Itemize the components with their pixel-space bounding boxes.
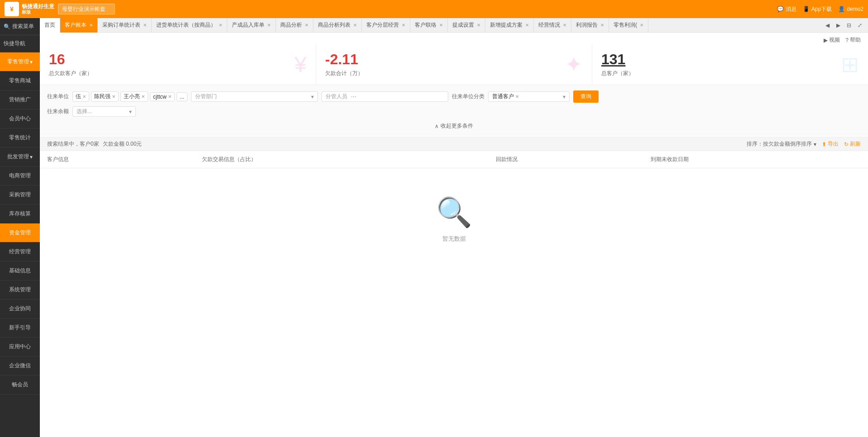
tab-customer-contact[interactable]: 客户联络 ✕ [410, 18, 448, 33]
collapse-btn[interactable]: ∧ 收起更多条件 [47, 120, 861, 132]
sidebar-item-operations[interactable]: 经营管理 [0, 242, 40, 261]
unit-tag-more[interactable]: ... [177, 92, 187, 101]
logo-text-main: 畅捷通好生意 [22, 3, 54, 10]
message-btn[interactable]: 💬 消息 [777, 5, 796, 13]
data-table: 客户信息 欠款交易信息（占比） 回款情况 到期未收款日期 [40, 151, 868, 168]
sidebar-item-member-center[interactable]: 会员中心 [0, 109, 40, 128]
tab-close-new-commission[interactable]: ✕ [525, 23, 529, 28]
app-download-btn[interactable]: 📱 App下载 [803, 5, 832, 13]
refresh-btn[interactable]: ↻ 刷新 [844, 140, 861, 148]
sidebar-item-wholesale[interactable]: 批发管理 ▾ [0, 147, 40, 166]
tab-close-retail-profit[interactable]: ✕ [640, 23, 643, 28]
unit-tag-cjttcw-close[interactable]: ✕ [168, 94, 172, 99]
sidebar-item-inventory[interactable]: 库存核算 [0, 204, 40, 223]
tab-commission-settings[interactable]: 提成设置 ✕ [448, 18, 485, 33]
play-icon: ▶ [824, 37, 828, 43]
tab-new-commission[interactable]: 新增提成方案 ✕ [485, 18, 534, 33]
sidebar-item-label-1: 零售商城 [9, 77, 31, 84]
tab-scroll-left[interactable]: ◀ [823, 21, 832, 30]
avatar-icon: 👤 [838, 6, 845, 12]
stat-label-total-customers: 总客户（家） [601, 70, 859, 77]
tab-close-purchase-order[interactable]: ✕ [143, 23, 147, 28]
sidebar-item-finance[interactable]: 资金管理 [0, 223, 40, 242]
tab-product-analysis-list[interactable]: 商品分析列表 ✕ [313, 18, 362, 33]
tab-close-customer-layer[interactable]: ✕ [402, 23, 405, 28]
tab-close-customer-contact[interactable]: ✕ [439, 23, 443, 28]
sidebar-item-basic-info[interactable]: 基础信息 [0, 261, 40, 280]
table-header-row: 客户信息 欠款交易信息（占比） 回款情况 到期未收款日期 [40, 151, 868, 168]
export-btn[interactable]: ⬆ 导出 [822, 140, 839, 148]
sidebar-item-label-13: 企业协同 [9, 305, 31, 312]
tab-expand[interactable]: ⊟ [844, 21, 854, 30]
tab-close-profit-report[interactable]: ✕ [600, 23, 604, 28]
user-name: demo2 [847, 6, 863, 12]
sidebar-item-retail-management[interactable]: 零售管理 ▾ [0, 52, 40, 71]
tab-purchase-order-stats[interactable]: 采购订单统计表 ✕ [98, 18, 152, 33]
unit-type-filter-label: 往来单位分类 [452, 93, 484, 100]
tab-scroll-right[interactable]: ▶ [834, 21, 843, 30]
sidebar-item-system[interactable]: 系统管理 [0, 280, 40, 299]
unit-tag-wu-close[interactable]: ✕ [82, 94, 86, 99]
tab-customer-layer[interactable]: 客户分层经营 ✕ [362, 18, 410, 33]
sidebar-item-retail-stats[interactable]: 零售统计 [0, 128, 40, 147]
sidebar-item-purchase[interactable]: 采购管理 [0, 185, 40, 204]
sort-select[interactable]: 排序：按欠款金额倒序排序 ▾ [747, 140, 816, 148]
unit-type-arrow-icon: ▾ [563, 94, 566, 100]
tab-customer-ledger[interactable]: 客户账本 ✕ [60, 18, 98, 33]
tab-close-inbound[interactable]: ✕ [219, 23, 222, 28]
video-help-btn[interactable]: ▶ 视频 [824, 36, 840, 44]
dept-arrow-icon: ▾ [311, 94, 314, 100]
tab-close-customer-ledger[interactable]: ✕ [89, 23, 93, 28]
sidebar-item-enterprise-collab[interactable]: 企业协同 [0, 299, 40, 318]
unit-type-tag-close[interactable]: ✕ [515, 94, 519, 99]
tab-fullscreen[interactable]: ⤢ [855, 21, 864, 30]
tab-close-product-analysis[interactable]: ✕ [305, 23, 308, 28]
stat-label-debt-customers: 总欠款客户（家） [49, 70, 307, 77]
industry-selector[interactable]: 母婴行业演示帐套 [58, 4, 115, 14]
tab-close-product-list[interactable]: ✕ [353, 23, 357, 28]
sidebar-item-ecommerce[interactable]: 电商管理 [0, 166, 40, 185]
tab-label-new-commission: 新增提成方案 [490, 21, 523, 29]
person-filter-select[interactable]: 分管人员 ⋯ [321, 91, 448, 102]
result-bar-left: 搜索结果中，客户0家 欠款金额 0.00元 [47, 140, 142, 148]
query-button[interactable]: 查询 [573, 90, 599, 103]
tab-retail-profit[interactable]: 零售利润( ✕ [609, 18, 648, 33]
unit-tag-wu: 伍 ✕ [72, 91, 89, 102]
sidebar-item-enterprise-wechat[interactable]: 企业微信 [0, 356, 40, 375]
tab-product-analysis[interactable]: 商品分析 ✕ [276, 18, 313, 33]
sidebar-item-retail-mall[interactable]: 零售商城 [0, 71, 40, 90]
unit-tag-wang-close[interactable]: ✕ [141, 94, 145, 99]
stat-total-customers: 131 总客户（家） ⊞ [592, 44, 868, 85]
dept-filter-select[interactable]: 分管部门 ▾ [191, 91, 318, 102]
balance-placeholder: 选择... [77, 108, 92, 115]
sidebar-search[interactable]: 🔍 搜索菜单 [0, 18, 40, 35]
tab-product-inbound[interactable]: 产成品入库单 ✕ [227, 18, 276, 33]
unit-tag-chen-close[interactable]: ✕ [112, 94, 115, 99]
sidebar: 🔍 搜索菜单 快捷导航 零售管理 ▾ 零售商城 营销推广 会员中心 零售统计 批… [0, 18, 40, 437]
sidebar-quick-label: 快捷导航 [4, 40, 25, 47]
balance-filter-select[interactable]: 选择... ▾ [72, 106, 136, 117]
tab-label-customer-contact: 客户联络 [415, 21, 436, 29]
sidebar-quick-nav[interactable]: 快捷导航 [0, 35, 40, 52]
tab-profit-report[interactable]: 利润报告 ✕ [571, 18, 609, 33]
sidebar-item-app-center[interactable]: 应用中心 [0, 337, 40, 356]
sidebar-item-label-6: 电商管理 [9, 172, 31, 179]
refresh-label: 刷新 [850, 140, 861, 148]
tab-label-customer-layer: 客户分层经营 [366, 21, 399, 29]
collapse-label: 收起更多条件 [441, 122, 473, 130]
tab-close-commission[interactable]: ✕ [477, 23, 480, 28]
person-more-icon[interactable]: ⋯ [351, 94, 356, 100]
tab-inbound-stats[interactable]: 进货单统计表（按商品） ✕ [152, 18, 227, 33]
tab-close-operations[interactable]: ✕ [563, 23, 566, 28]
tab-operations[interactable]: 经营情况 ✕ [534, 18, 571, 33]
tab-home[interactable]: 首页 [40, 18, 60, 33]
export-icon: ⬆ [822, 141, 826, 147]
sidebar-item-beginner-guide[interactable]: 新手引导 [0, 318, 40, 337]
sidebar-item-changhui[interactable]: 畅会员 [0, 375, 40, 394]
tab-label-inbound: 进货单统计表（按商品） [156, 21, 216, 29]
sidebar-item-marketing[interactable]: 营销推广 [0, 90, 40, 109]
unit-type-filter-select[interactable]: 普通客户 ✕ ▾ [488, 91, 570, 102]
help-btn[interactable]: ? 帮助 [845, 36, 861, 44]
tab-close-product-inbound[interactable]: ✕ [267, 23, 271, 28]
user-avatar[interactable]: 👤 demo2 [838, 6, 863, 12]
